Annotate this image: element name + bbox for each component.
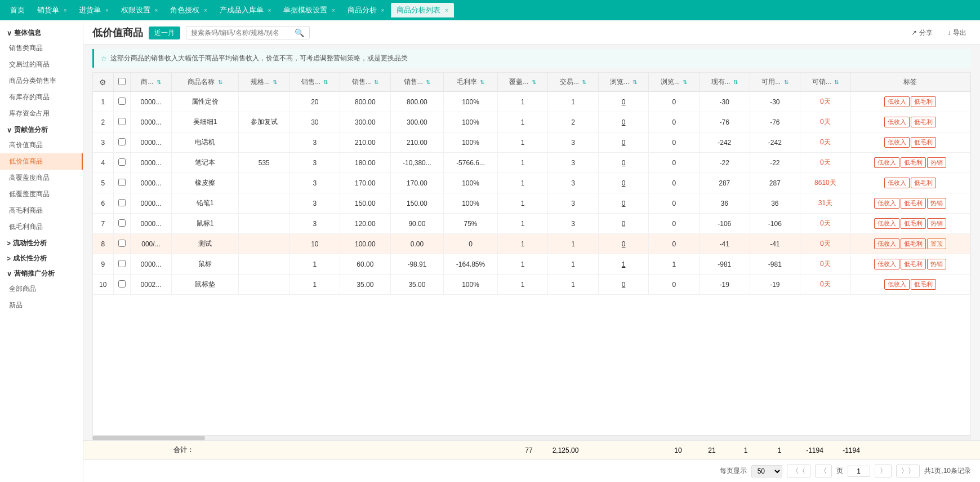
row-checkbox[interactable] (118, 118, 126, 125)
cell-sales-amount: -98.91 (390, 254, 444, 275)
nav-analysis[interactable]: 商品分析 × (342, 3, 390, 17)
close-icon[interactable]: × (155, 7, 158, 14)
first-page-button[interactable]: 〈〈 (787, 465, 810, 477)
search-input[interactable] (191, 29, 292, 37)
browse-link[interactable]: 0 (622, 159, 626, 167)
select-all-checkbox[interactable] (118, 78, 126, 85)
sidebar-item-stock-capital[interactable]: 库存资金占用 (0, 105, 83, 122)
sidebar-item-sales-products[interactable]: 销售类商品 (0, 40, 83, 56)
nav-permissions[interactable]: 权限设置 × (115, 3, 163, 17)
time-filter-button[interactable]: 近一月 (149, 26, 180, 39)
cell-saleable: 0天 (800, 234, 851, 254)
sidebar-group-overall[interactable]: ∨ 整体信息 (0, 25, 83, 40)
tag-label: 低毛利 (911, 96, 936, 107)
page-size-select[interactable]: 50 100 200 (751, 465, 782, 477)
browse-link[interactable]: 1 (622, 260, 626, 268)
tag-label: 低收入 (884, 96, 910, 107)
row-checkbox[interactable] (118, 240, 126, 247)
cell-current-stock: -981 (700, 254, 750, 275)
close-icon[interactable]: × (64, 7, 67, 14)
cell-spec: 参加复试 (239, 112, 290, 132)
search-icon[interactable]: 🔍 (295, 28, 304, 37)
export-button[interactable]: ↓ 导出 (943, 26, 971, 39)
close-icon[interactable]: × (268, 7, 271, 14)
next-page-button[interactable]: 〉 (875, 465, 892, 477)
sidebar-item-low-margin[interactable]: 低毛利商品 (0, 219, 83, 235)
page-input[interactable] (848, 466, 870, 477)
nav-home[interactable]: 首页 (5, 3, 30, 17)
sidebar-item-low-value[interactable]: 低价值商品 (0, 153, 83, 170)
table-row: 5 0000... 橡皮擦 3 170.00 170.00 100% 1 3 0… (93, 173, 970, 193)
browse-link[interactable]: 0 (622, 281, 626, 289)
sidebar-group-marketing[interactable]: ∨ 营销推广分析 (0, 266, 83, 281)
col-gross-margin[interactable]: 毛利率 ⇅ (444, 73, 498, 92)
browse-link[interactable]: 0 (622, 118, 626, 126)
close-icon[interactable]: × (445, 7, 448, 14)
browse-link[interactable]: 0 (622, 240, 626, 248)
col-trade[interactable]: 交易... ⇅ (548, 73, 599, 92)
nav-products-in[interactable]: 产成品入库单 × (214, 3, 277, 17)
sidebar-item-traded[interactable]: 交易过的商品 (0, 56, 83, 73)
browse-link[interactable]: 0 (622, 220, 626, 228)
scrollbar-thumb[interactable] (92, 436, 205, 440)
sidebar-item-high-coverage[interactable]: 高覆盖度商品 (0, 170, 83, 186)
browse-link[interactable]: 0 (622, 139, 626, 147)
page-label: 页 (836, 466, 843, 476)
sidebar-item-new-products[interactable]: 新品 (0, 297, 83, 313)
row-checkbox[interactable] (118, 260, 126, 267)
tag-label: 低毛利 (911, 137, 936, 148)
saleable-days: 0天 (820, 138, 831, 146)
col-coverage[interactable]: 覆盖... ⇅ (497, 73, 548, 92)
last-page-button[interactable]: 〉〉 (896, 465, 920, 477)
sidebar-item-high-margin[interactable]: 高毛利商品 (0, 202, 83, 219)
close-icon[interactable]: × (332, 7, 335, 14)
browse-link[interactable]: 0 (622, 200, 626, 207)
sidebar-item-category-sales[interactable]: 商品分类销售率 (0, 73, 83, 89)
col-sales-price[interactable]: 销售... ⇅ (340, 73, 391, 92)
row-checkbox[interactable] (118, 219, 126, 227)
col-sales-amount[interactable]: 销售... ⇅ (390, 73, 444, 92)
row-checkbox[interactable] (118, 98, 126, 105)
sidebar-group-growth[interactable]: > 成长性分析 (0, 250, 83, 266)
cell-trade: 3 (548, 173, 599, 193)
share-button[interactable]: ↗ 分享 (907, 26, 937, 39)
col-saleable[interactable]: 可销... ⇅ (800, 73, 851, 92)
browse-link[interactable]: 0 (622, 179, 626, 187)
nav-sales[interactable]: 销货单 × (32, 3, 72, 17)
sort-icon: ⇅ (374, 79, 378, 85)
nav-analysis-list[interactable]: 商品分析列表 × (391, 3, 453, 17)
browse-link[interactable]: 0 (622, 98, 626, 106)
nav-roles[interactable]: 角色授权 × (164, 3, 212, 17)
sidebar-group-contribution[interactable]: ∨ 贡献值分析 (0, 122, 83, 137)
col-tags: 标签 (850, 73, 970, 92)
col-name[interactable]: 商品名称 ⇅ (172, 73, 239, 92)
col-code[interactable]: 商... ⇅ (130, 73, 172, 92)
col-settings: ⚙ (93, 73, 113, 92)
row-checkbox[interactable] (118, 199, 126, 206)
scrollbar-area[interactable] (92, 436, 971, 440)
sidebar-item-stocked[interactable]: 有库存的商品 (0, 89, 83, 105)
col-current-stock[interactable]: 现有... ⇅ (700, 73, 750, 92)
col-browse2[interactable]: 浏览... ⇅ (649, 73, 700, 92)
sidebar-item-all-products[interactable]: 全部商品 (0, 281, 83, 297)
nav-purchase[interactable]: 进货单 × (73, 3, 114, 17)
row-checkbox[interactable] (118, 179, 126, 186)
row-checkbox[interactable] (118, 280, 126, 288)
col-sales-qty[interactable]: 销售... ⇅ (289, 73, 340, 92)
close-icon[interactable]: × (105, 7, 109, 14)
col-spec[interactable]: 规格... ⇅ (239, 73, 290, 92)
nav-template[interactable]: 单据模板设置 × (278, 3, 340, 17)
prev-page-button[interactable]: 〈 (815, 465, 832, 477)
settings-icon[interactable]: ⚙ (99, 78, 106, 87)
close-icon[interactable]: × (381, 7, 384, 14)
cell-available: 36 (750, 193, 800, 214)
sidebar-item-high-value[interactable]: 高价值商品 (0, 137, 83, 153)
sidebar-group-liquidity[interactable]: > 流动性分析 (0, 235, 83, 250)
sidebar-item-low-coverage[interactable]: 低覆盖度商品 (0, 186, 83, 202)
col-available[interactable]: 可用... ⇅ (750, 73, 800, 92)
close-icon[interactable]: × (204, 7, 207, 14)
row-checkbox[interactable] (118, 158, 126, 166)
col-browse1[interactable]: 浏览... ⇅ (598, 73, 649, 92)
cell-sales-price: 180.00 (340, 153, 391, 173)
row-checkbox[interactable] (118, 138, 126, 145)
